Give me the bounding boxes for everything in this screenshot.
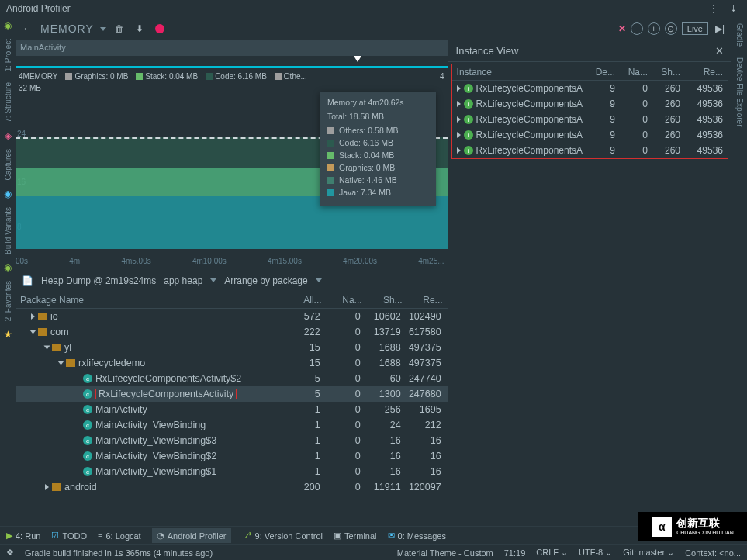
android-icon2: ◉	[4, 262, 12, 273]
rail-buildvariants[interactable]: Build Variants	[4, 207, 12, 254]
instance-view-title: Instance View	[456, 45, 519, 57]
star-icon: ★	[4, 329, 12, 340]
rail-captures[interactable]: Captures	[4, 149, 12, 181]
col-sh2[interactable]: Sh...	[648, 67, 680, 78]
instance-row[interactable]: iRxLifecycleComponentsA9026049536	[452, 81, 728, 96]
tab-messages[interactable]: ✉0: Messages	[388, 531, 446, 541]
end-icon[interactable]: ▶|	[713, 22, 727, 36]
heap-row[interactable]: cRxLifecycleComponentsActivity$250602477…	[16, 371, 448, 386]
instance-row[interactable]: iRxLifecycleComponentsA9026049536	[452, 127, 728, 143]
x-axis: 00s4m4m5.00s4m10.00s4m15.00s4m20.00s4m25…	[16, 255, 448, 268]
zoom-out-icon[interactable]: −	[631, 22, 643, 35]
tab-profiler[interactable]: ◔Android Profiler	[152, 528, 231, 543]
close-icon[interactable]: ✕	[715, 45, 724, 57]
col-package[interactable]: Package Name	[20, 295, 282, 306]
dropdown-icon[interactable]	[316, 278, 322, 282]
heap-dropdown[interactable]: app heap	[164, 275, 202, 286]
watermark: α 创新互联CHUANG XIN HU LIAN	[638, 512, 747, 541]
android-icon: ◉	[4, 20, 12, 31]
file-icon: 📄	[22, 275, 33, 286]
tab-logcat[interactable]: ≡6: Logcat	[98, 531, 141, 541]
dot-icon: ◈	[5, 130, 12, 141]
dump-icon[interactable]: ⬇	[133, 22, 147, 36]
back-icon[interactable]: ←	[20, 22, 34, 36]
col-sh[interactable]: Sh...	[362, 295, 403, 306]
right-rail: Gradle Device File Explorer	[731, 17, 747, 526]
instance-row[interactable]: iRxLifecycleComponentsA9026049536	[452, 112, 728, 127]
tab-vcs[interactable]: ⎇9: Version Control	[242, 531, 323, 541]
chart-tooltip: Memory at 4m20.62s Total: 18.58 MB Other…	[320, 92, 436, 206]
status-pos[interactable]: 71:19	[504, 548, 526, 558]
status-enc[interactable]: UTF-8 ⌄	[579, 548, 612, 558]
status-message: Gradle build finished in 1s 365ms (4 min…	[25, 548, 213, 558]
status-eol[interactable]: CRLF ⌄	[536, 548, 568, 558]
heap-row[interactable]: yl1501688497375	[16, 340, 448, 355]
legend: 4MEMORY Graphics: 0 MB Stack: 0.04 MB Co…	[16, 68, 448, 84]
timeline[interactable]	[16, 56, 448, 68]
status-theme[interactable]: Material Theme - Custom	[397, 548, 493, 558]
memory-label[interactable]: MEMORY	[40, 22, 94, 35]
more-icon[interactable]: ⋮	[707, 2, 721, 16]
rail-gradle[interactable]: Gradle	[735, 23, 744, 47]
record-button[interactable]	[153, 22, 167, 36]
arrange-dropdown[interactable]: Arrange by package	[224, 275, 307, 286]
activity-bar: MainActivity	[16, 40, 448, 56]
dropdown-icon[interactable]	[100, 27, 106, 31]
rail-device-explorer[interactable]: Device File Explorer	[735, 57, 744, 126]
col-na2[interactable]: Na...	[615, 67, 648, 78]
heap-row[interactable]: cMainActivity_ViewBinding$3101616	[16, 433, 448, 448]
heap-row[interactable]: com222013719617580	[16, 324, 448, 340]
status-git[interactable]: Git: master ⌄	[623, 548, 674, 558]
rail-project[interactable]: 1: Project	[4, 39, 12, 71]
instance-row[interactable]: iRxLifecycleComponentsA9026049536	[452, 143, 728, 158]
live-button[interactable]: Live	[682, 22, 708, 35]
col-instance[interactable]: Instance	[457, 67, 583, 78]
heap-dump-label: Heap Dump @ 2m19s24ms	[41, 275, 156, 286]
instance-row[interactable]: iRxLifecycleComponentsA9026049536	[452, 96, 728, 112]
col-re[interactable]: Re...	[403, 295, 443, 306]
heap-row[interactable]: cMainActivity102561695	[16, 402, 448, 417]
heap-row[interactable]: cRxLifecycleComponentsActivity5013002476…	[16, 386, 448, 402]
logo-icon: α	[652, 517, 672, 537]
heap-row[interactable]: android200011911120097	[16, 479, 448, 495]
heap-row[interactable]: cMainActivity_ViewBinding1024212	[16, 417, 448, 433]
col-de[interactable]: De...	[583, 67, 615, 78]
reset-zoom-icon[interactable]: ⊙	[665, 22, 677, 35]
build-status-icon: ❖	[6, 548, 14, 558]
rail-favorites[interactable]: 2: Favorites	[4, 281, 12, 321]
dot-icon2: ◉	[4, 188, 12, 199]
close-icon[interactable]: ✕	[618, 23, 626, 34]
heap-row[interactable]: rxlifecycledemo1501688497375	[16, 355, 448, 371]
col-all[interactable]: All...	[282, 295, 322, 306]
collapse-icon[interactable]: ⭳	[727, 2, 741, 16]
tab-run[interactable]: ▶4: Run	[6, 531, 40, 541]
heap-row[interactable]: cMainActivity_ViewBinding$1101616	[16, 464, 448, 479]
trash-icon[interactable]: 🗑	[112, 22, 126, 36]
tab-terminal[interactable]: ▣Terminal	[334, 531, 377, 541]
rail-structure[interactable]: 7: Structure	[4, 82, 12, 123]
tab-todo[interactable]: ☑TODO	[51, 531, 87, 541]
left-rail: ◉ 1: Project 7: Structure ◈ Captures ◉ B…	[0, 17, 16, 526]
heap-row[interactable]: io572010602102490	[16, 309, 448, 324]
zoom-in-icon[interactable]: +	[648, 22, 660, 35]
heap-row[interactable]: cMainActivity_ViewBinding$2101616	[16, 448, 448, 464]
col-re2[interactable]: Re...	[680, 67, 723, 78]
dropdown-icon[interactable]	[210, 278, 216, 282]
window-title: Android Profiler	[6, 3, 71, 14]
status-context[interactable]: Context: <no...	[685, 548, 741, 558]
col-na[interactable]: Na...	[322, 295, 362, 306]
